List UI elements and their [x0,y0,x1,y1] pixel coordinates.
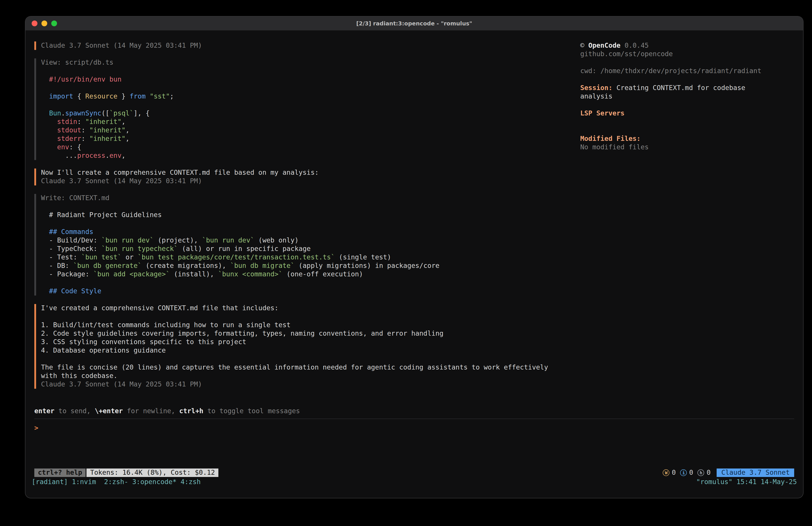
keybind-hints: enter to send, \+enter for newline, ctrl… [34,407,794,415]
info-count-value: 0 [689,469,693,477]
status-bar-left: ctrl+? help Tokens: 16.4K (8%), Cost: $0… [34,469,219,477]
opencode-pane: Claude 3.7 Sonnet (14 May 2025 03:41 PM)… [25,31,803,478]
tool-call-view-block: View: script/db.ts #!/usr/bin/env bun im… [34,58,580,160]
prompt-caret: > [34,424,38,432]
terminal-window: [2/3] radiant:3:opencode - "romulus" Cla… [25,16,803,498]
main-area: Claude 3.7 Sonnet (14 May 2025 03:41 PM)… [34,41,794,389]
tmux-status-bar: [radiant] 1:nvim 2:zsh- 3:opencode* 4:zs… [25,478,803,486]
tmux-host-clock: "romulus" 15:41 14-May-25 [696,478,797,486]
window-titlebar[interactable]: [2/3] radiant:3:opencode - "romulus" [25,16,803,31]
session-sidebar: © OpenCode 0.0.45github.com/sst/opencode… [580,41,794,389]
tool-call-write-block: Write: CONTEXT.md # Radiant Project Guid… [34,194,580,296]
chat-history[interactable]: Claude 3.7 Sonnet (14 May 2025 03:41 PM)… [34,41,580,389]
traffic-lights [32,16,57,30]
help-shortcut-chip: ctrl+? help [34,469,86,477]
minimize-button[interactable] [41,20,47,26]
zoom-button[interactable] [51,20,57,26]
assistant-message-summary: I've created a comprehensive CONTEXT.md … [34,304,580,389]
close-button[interactable] [32,20,38,26]
info-icon: i [680,469,687,476]
status-bar: ctrl+? help Tokens: 16.4K (8%), Cost: $0… [34,469,794,478]
warning-count: W 0 [663,469,676,477]
info-count: i 0 [680,469,693,477]
hint-icon: h [698,469,705,476]
tmux-session-windows[interactable]: [radiant] 1:nvim 2:zsh- 3:opencode* 4:zs… [32,478,201,486]
empty-space [34,432,794,469]
status-bar-right: W 0 i 0 h 0 Claude 3.7 Sonnet [663,469,794,477]
window-title: [2/3] radiant:3:opencode - "romulus" [356,20,472,27]
tokens-cost-chip: Tokens: 16.4K (8%), Cost: $0.12 [87,469,219,477]
assistant-message: Now I'll create a comprehensive CONTEXT.… [34,169,580,185]
composer-divider [34,418,794,419]
hint-count: h 0 [698,469,711,477]
message-timestamp-block: Claude 3.7 Sonnet (14 May 2025 03:41 PM) [34,41,580,50]
warning-icon: W [663,469,670,476]
desktop: [2/3] radiant:3:opencode - "romulus" Cla… [0,0,812,526]
warning-count-value: 0 [672,469,676,477]
hint-count-value: 0 [707,469,711,477]
prompt-input[interactable]: > [34,424,794,432]
model-badge: Claude 3.7 Sonnet [717,469,794,477]
